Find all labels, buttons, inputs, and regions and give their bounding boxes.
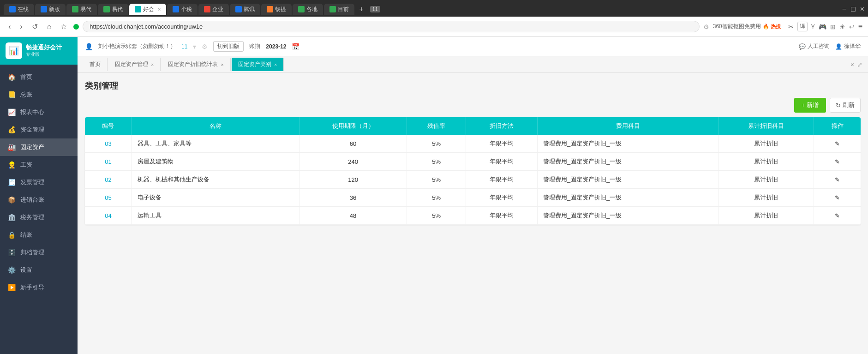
sidebar-item-settings[interactable]: ⚙️设置 — [0, 261, 78, 279]
sidebar-item-inventory[interactable]: 📦进销台账 — [0, 191, 78, 209]
browser-tab-2[interactable]: 新版 — [35, 4, 66, 15]
page-tab-close-depreciation-table[interactable]: × — [221, 62, 223, 67]
logo-subtitle: 专业版 — [26, 51, 62, 58]
search-label: 360智能抠图免费用 — [713, 23, 761, 30]
browser-tab-10[interactable]: 各地 — [293, 4, 323, 15]
new-tab-button[interactable]: + — [355, 3, 367, 15]
forward-button[interactable]: › — [17, 22, 25, 32]
tab-label-7: 企业 — [212, 6, 223, 13]
back-button[interactable]: ‹ — [6, 22, 13, 32]
main-content: 类别管理 + 新增 ↻ 刷新 编号名称使用期限（月）残值率折旧方法费用科目累计折… — [78, 73, 868, 354]
browser-tab-3[interactable]: 易代 — [66, 4, 97, 15]
browser-tab-1[interactable]: 在线 — [4, 4, 34, 15]
row-2-period: 120 — [299, 171, 407, 189]
translate-icon[interactable]: 译 — [797, 22, 808, 31]
logo-title: 畅捷通好会计 — [26, 44, 62, 52]
share-icon: ⚙ — [703, 23, 709, 30]
row-2-method: 年限平均 — [466, 171, 538, 189]
row-4-name: 运输工具 — [132, 207, 299, 225]
row-2-edit[interactable]: ✎ — [814, 171, 861, 189]
calendar-icon[interactable]: 📅 — [292, 43, 299, 50]
page-tab-label-fixed-asset-mgmt: 固定资产管理 — [115, 60, 148, 68]
browser-tab-close-5[interactable]: × — [158, 6, 161, 12]
nav-label-invoice: 发票管理 — [20, 178, 44, 186]
row-3-period: 36 — [299, 189, 407, 207]
browser-tab-9[interactable]: 畅提 — [261, 4, 292, 15]
sidebar-item-home[interactable]: 🏠首页 — [0, 68, 78, 86]
row-0-residual: 5% — [407, 135, 466, 153]
add-category-button[interactable]: + 新增 — [794, 98, 826, 113]
row-0-accumulated: 累计折旧 — [718, 135, 814, 153]
sidebar-item-archive[interactable]: 🗄️归档管理 — [0, 244, 78, 261]
browser-tab-6[interactable]: 个税 — [167, 4, 198, 15]
page-tab-fixed-asset-mgmt[interactable]: 固定资产管理× — [108, 58, 161, 71]
browser-tab-4[interactable]: 易代 — [98, 4, 128, 15]
page-tab-asset-category[interactable]: 固定资产类别× — [232, 58, 284, 71]
cut-icon[interactable]: ✂ — [788, 23, 794, 30]
header-actions: 💬 人工咨询 👤 徐泽华 — [799, 42, 861, 50]
browser-tab-7[interactable]: 企业 — [198, 4, 229, 15]
row-0-method: 年限平均 — [466, 135, 538, 153]
game-icon[interactable]: 🎮 — [819, 23, 826, 30]
header-settings-icon[interactable]: ⚙ — [202, 43, 208, 50]
sidebar-item-funds[interactable]: 💰资金管理 — [0, 121, 78, 138]
consulting-label: 人工咨询 — [808, 42, 830, 50]
brightness-icon[interactable]: ☀ — [839, 23, 845, 30]
row-1-edit[interactable]: ✎ — [814, 153, 861, 171]
address-input[interactable] — [83, 21, 699, 32]
page-tab-depreciation-table[interactable]: 固定资产折旧统计表× — [162, 58, 230, 71]
minimize-button[interactable]: − — [842, 5, 846, 13]
tab-favicon-7 — [204, 6, 210, 12]
nav-label-ledger: 总账 — [20, 90, 32, 99]
expand-button[interactable]: ⤢ — [857, 61, 862, 68]
page-tab-close-fixed-asset-mgmt[interactable]: × — [151, 62, 154, 67]
bookmark-button[interactable]: ☆ — [58, 21, 70, 32]
close-window-button[interactable]: × — [860, 5, 864, 13]
row-2-residual: 5% — [407, 171, 466, 189]
sidebar-item-guide[interactable]: ▶️新手引导 — [0, 279, 78, 296]
row-0-code: 03 — [85, 135, 132, 153]
grid-icon[interactable]: ⊞ — [830, 23, 836, 30]
sidebar-item-fixed-assets[interactable]: 🏭固定资产 — [0, 138, 78, 156]
logo-icon: 📊 — [6, 42, 22, 59]
switch-version-button[interactable]: 切到旧版 — [213, 41, 244, 52]
row-3-edit[interactable]: ✎ — [814, 189, 861, 207]
page-tab-home[interactable]: 首页 — [83, 58, 108, 71]
header-dropdown-icon[interactable]: ▾ — [193, 43, 196, 50]
row-0-expense: 管理费用_固定资产折旧_一级 — [537, 135, 718, 153]
row-0-edit[interactable]: ✎ — [814, 135, 861, 153]
page-tab-close-asset-category[interactable]: × — [274, 62, 277, 67]
row-1-accumulated: 累计折旧 — [718, 153, 814, 171]
user-profile-link[interactable]: 👤 徐泽华 — [835, 42, 861, 50]
data-table: 编号名称使用期限（月）残值率折旧方法费用科目累计折旧科目操作 03器具、工具、家… — [85, 117, 861, 225]
sidebar-item-ledger[interactable]: 📒总账 — [0, 86, 78, 103]
tab-favicon-3 — [72, 6, 78, 12]
maximize-button[interactable]: □ — [851, 5, 856, 13]
undo-icon[interactable]: ↩ — [849, 23, 855, 30]
collapse-button[interactable]: × — [850, 61, 854, 68]
sidebar-item-tax[interactable]: 🏛️税务管理 — [0, 209, 78, 226]
consulting-link[interactable]: 💬 人工咨询 — [799, 42, 830, 50]
currency-icon[interactable]: ¥ — [811, 23, 815, 30]
browser-tab-bar: 在线 新版 易代 易代 好会 × 个税 企业 腾讯 畅提 各地 目前 + 11 — [0, 0, 868, 17]
tab-favicon-9 — [267, 6, 273, 12]
search-bar: 360智能抠图免费用 🔥 热搜 — [713, 23, 781, 30]
sidebar-item-payroll[interactable]: 👷工资 — [0, 156, 78, 174]
refresh-button[interactable]: ↻ 刷新 — [830, 98, 861, 113]
row-4-edit[interactable]: ✎ — [814, 207, 861, 225]
row-4-method: 年限平均 — [466, 207, 538, 225]
browser-tab-11[interactable]: 目前 — [324, 4, 354, 15]
home-browser-button[interactable]: ⌂ — [44, 22, 54, 32]
browser-toolbar-icons: ✂ 译 ¥ 🎮 ⊞ ☀ ↩ ≡ — [788, 22, 862, 31]
nav-label-settings: 设置 — [20, 266, 32, 274]
table-header-费用科目: 费用科目 — [537, 117, 718, 135]
sidebar-item-reports[interactable]: 📈报表中心 — [0, 103, 78, 121]
sidebar-item-closing[interactable]: 🔒结账 — [0, 226, 78, 244]
browser-tab-5[interactable]: 好会 × — [129, 4, 166, 15]
reload-button[interactable]: ↺ — [29, 21, 41, 32]
browser-tab-8[interactable]: 腾讯 — [230, 4, 260, 15]
row-3-method: 年限平均 — [466, 189, 538, 207]
sidebar-item-invoice[interactable]: 🧾发票管理 — [0, 174, 78, 191]
nav-icon-payroll: 👷 — [7, 161, 16, 168]
menu-icon[interactable]: ≡ — [858, 23, 862, 31]
